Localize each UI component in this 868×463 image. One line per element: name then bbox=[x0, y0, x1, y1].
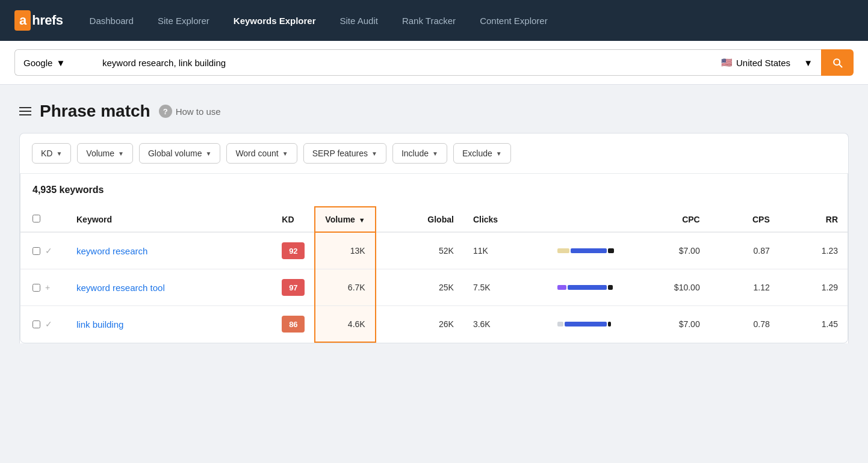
page-content: Phrase match ? How to use KD ▼ Volume ▼ … bbox=[0, 85, 868, 343]
filter-volume[interactable]: Volume ▼ bbox=[77, 143, 133, 164]
nav-rank-tracker[interactable]: Rank Tracker bbox=[392, 11, 465, 31]
keyword-link[interactable]: keyword research tool bbox=[76, 283, 165, 293]
row-rr: 1.23 bbox=[780, 232, 848, 269]
how-to-use-label: How to use bbox=[176, 106, 221, 117]
row-kd: 86 bbox=[272, 306, 315, 343]
clicks-bar-segment-3 bbox=[608, 248, 614, 253]
page-title: Phrase match bbox=[40, 102, 150, 121]
col-kd: KD bbox=[272, 207, 315, 232]
engine-chevron-icon: ▼ bbox=[56, 58, 65, 68]
row-global: 25K bbox=[376, 269, 463, 306]
nav-dashboard[interactable]: Dashboard bbox=[80, 11, 143, 31]
row-action-icon: ✓ bbox=[45, 246, 52, 256]
search-button[interactable] bbox=[821, 49, 854, 76]
row-keyword: keyword research bbox=[67, 232, 272, 269]
row-checkbox-cell: ✓ bbox=[20, 232, 67, 269]
select-all-checkbox[interactable] bbox=[33, 215, 40, 222]
country-flag-icon: 🇺🇸 bbox=[721, 57, 733, 68]
row-global: 26K bbox=[376, 306, 463, 343]
kd-badge: 97 bbox=[282, 279, 305, 296]
row-checkbox-cell: + bbox=[20, 269, 67, 306]
row-clicks: 11K bbox=[463, 232, 548, 269]
filter-global-volume-label: Global volume bbox=[148, 149, 202, 158]
col-volume[interactable]: Volume ▼ bbox=[315, 207, 375, 232]
filter-word-count[interactable]: Word count ▼ bbox=[226, 143, 297, 164]
engine-select[interactable]: Google ▼ bbox=[14, 49, 93, 76]
row-cps: 1.12 bbox=[710, 269, 780, 306]
filter-global-volume[interactable]: Global volume ▼ bbox=[139, 143, 220, 164]
row-checkbox[interactable] bbox=[33, 247, 40, 255]
col-rr: RR bbox=[780, 207, 848, 232]
filter-volume-chevron-icon: ▼ bbox=[118, 150, 124, 157]
col-keyword: Keyword bbox=[67, 207, 272, 232]
row-kd: 92 bbox=[272, 232, 315, 269]
logo-icon: a bbox=[14, 10, 31, 31]
results-count: 4,935 keywords bbox=[20, 174, 848, 206]
row-action-icon: ✓ bbox=[45, 319, 52, 329]
keyword-search-input[interactable] bbox=[93, 49, 713, 76]
row-checkbox-cell: ✓ bbox=[20, 306, 67, 343]
col-clicks-bar bbox=[548, 207, 624, 232]
hamburger-menu-icon[interactable] bbox=[19, 107, 31, 115]
country-chevron-icon: ▼ bbox=[804, 58, 813, 68]
clicks-bar-segment-1 bbox=[557, 248, 569, 253]
row-kd: 97 bbox=[272, 269, 315, 306]
how-to-use-link[interactable]: ? How to use bbox=[159, 105, 221, 118]
volume-sort-icon: ▼ bbox=[359, 216, 365, 224]
row-global: 52K bbox=[376, 232, 463, 269]
row-volume: 6.7K bbox=[315, 269, 375, 306]
filter-kd-label: KD bbox=[41, 149, 52, 158]
kd-badge: 92 bbox=[282, 242, 305, 259]
keyword-link[interactable]: keyword research bbox=[76, 246, 147, 256]
row-keyword: keyword research tool bbox=[67, 269, 272, 306]
filter-exclude-chevron-icon: ▼ bbox=[496, 150, 502, 157]
filter-include-label: Include bbox=[401, 149, 429, 158]
clicks-bar-segment-3 bbox=[608, 322, 611, 327]
clicks-bar-segment-2 bbox=[571, 248, 607, 253]
page-header: Phrase match ? How to use bbox=[19, 102, 849, 121]
row-cpc: $10.00 bbox=[624, 269, 710, 306]
logo-text: hrefs bbox=[32, 13, 63, 28]
filter-exclude[interactable]: Exclude ▼ bbox=[453, 143, 511, 164]
row-checkbox[interactable] bbox=[33, 284, 40, 292]
filter-serp-features-label: SERP features bbox=[312, 149, 368, 158]
row-volume: 13K bbox=[315, 232, 375, 269]
col-cps: CPS bbox=[710, 207, 780, 232]
row-rr: 1.29 bbox=[780, 269, 848, 306]
nav-keywords-explorer[interactable]: Keywords Explorer bbox=[224, 11, 326, 31]
row-cps: 0.78 bbox=[710, 306, 780, 343]
country-label: United States bbox=[736, 58, 790, 68]
clicks-bar-segment-1 bbox=[557, 322, 563, 327]
filter-kd[interactable]: KD ▼ bbox=[32, 143, 71, 164]
col-cpc: CPC bbox=[624, 207, 710, 232]
nav-content-explorer[interactable]: Content Explorer bbox=[470, 11, 557, 31]
logo[interactable]: a hrefs bbox=[14, 10, 63, 31]
search-bar: Google ▼ 🇺🇸 United States ▼ bbox=[0, 41, 868, 85]
nav-site-audit[interactable]: Site Audit bbox=[330, 11, 388, 31]
keyword-link[interactable]: link building bbox=[76, 319, 123, 330]
row-checkbox[interactable] bbox=[33, 320, 40, 328]
engine-label: Google bbox=[23, 58, 52, 68]
clicks-bar-segment-2 bbox=[568, 285, 607, 290]
filter-kd-chevron-icon: ▼ bbox=[56, 150, 62, 157]
help-icon: ? bbox=[159, 105, 172, 118]
filter-word-count-chevron-icon: ▼ bbox=[282, 150, 288, 157]
clicks-bar-segment-1 bbox=[557, 285, 566, 290]
filter-include[interactable]: Include ▼ bbox=[392, 143, 447, 164]
filter-word-count-label: Word count bbox=[235, 149, 278, 158]
filter-include-chevron-icon: ▼ bbox=[432, 150, 438, 157]
row-cpc: $7.00 bbox=[624, 232, 710, 269]
country-select[interactable]: 🇺🇸 United States ▼ bbox=[713, 49, 821, 76]
row-clicks-bar bbox=[548, 269, 624, 306]
table-row: ✓ keyword research 92 13K 52K 11K $7.00 … bbox=[20, 232, 848, 269]
keywords-table: Keyword KD Volume ▼ Global bbox=[20, 206, 848, 343]
filter-serp-features-chevron-icon: ▼ bbox=[371, 150, 377, 157]
col-checkbox bbox=[20, 207, 67, 232]
filter-serp-features[interactable]: SERP features ▼ bbox=[303, 143, 386, 164]
col-global: Global bbox=[376, 207, 463, 232]
row-action-icon: + bbox=[45, 283, 50, 292]
results-count-label: 4,935 keywords bbox=[33, 185, 104, 195]
row-clicks: 3.6K bbox=[463, 306, 548, 343]
search-icon bbox=[831, 57, 843, 69]
nav-site-explorer[interactable]: Site Explorer bbox=[148, 11, 219, 31]
